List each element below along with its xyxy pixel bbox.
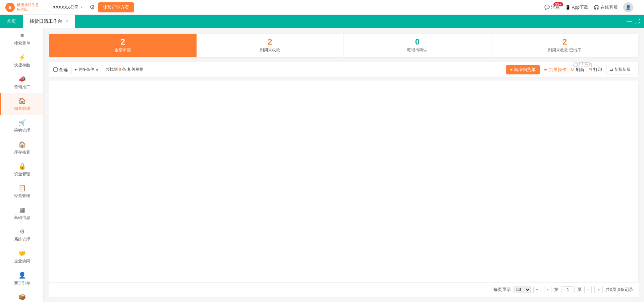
sidebar-item-inventory[interactable]: 🏠 库存核算 bbox=[0, 137, 43, 159]
batch-icon: ☰ bbox=[544, 67, 548, 72]
company-selector[interactable]: XXXXXX公司 ▾ bbox=[49, 3, 86, 12]
company-name: XXXXXX公司 bbox=[53, 4, 79, 10]
sidebar-item-system-label: 系统管理 bbox=[14, 237, 30, 242]
logo-text: 畅捷通好生意 标准版 bbox=[17, 3, 39, 11]
inventory-icon: 🏠 bbox=[18, 141, 26, 148]
sidebar-item-marketing[interactable]: 📣 营销推广 bbox=[0, 71, 43, 93]
page-first-btn[interactable]: « bbox=[533, 286, 542, 293]
content-area: 2 全部单据 2 到期未收款 0 旺辅待确认 2 到期未收款 已出库 bbox=[44, 28, 644, 302]
basic-icon: ▦ bbox=[19, 206, 25, 214]
sidebar-item-basic-label: 基础信息 bbox=[14, 215, 30, 221]
select-all-input[interactable] bbox=[53, 67, 58, 72]
print-label: 打印 bbox=[593, 67, 602, 73]
result-suffix: 条 相关单据 bbox=[122, 67, 143, 72]
app-download-label: App下载 bbox=[572, 4, 588, 10]
page-next-btn[interactable]: › bbox=[584, 286, 592, 293]
online-service-btn[interactable]: 🎧 在线客服 bbox=[594, 4, 618, 10]
sidebar-item-sales[interactable]: 🏠 销售管理 bbox=[0, 93, 43, 115]
topbar-right: 💬 消息 99+ 📱 App下载 🎧 在线客服 👤 bbox=[544, 2, 639, 12]
sales-icon: 🏠 bbox=[18, 97, 26, 105]
total-label: 共0页,0条记录 bbox=[605, 287, 633, 293]
system-icon: ⚙ bbox=[19, 228, 25, 235]
stat-tab-wangwang[interactable]: 0 旺辅待确认 bbox=[344, 34, 491, 57]
sidebar-item-operation[interactable]: 📋 经营管理 bbox=[0, 180, 43, 202]
table-empty-state bbox=[49, 80, 638, 282]
page-last-btn[interactable]: » bbox=[594, 286, 603, 293]
topbar: 6 畅捷通好生意 标准版 XXXXXX公司 ▾ ⚙ 体验行业方案 💬 消息 99… bbox=[0, 0, 644, 15]
stat-tab-overdue[interactable]: 2 到期未收款 bbox=[197, 34, 344, 57]
filter-arrow-icon: ∨ bbox=[96, 67, 99, 72]
refresh-label: 刷新 bbox=[576, 67, 584, 73]
stat-tab-overdue-out[interactable]: 2 到期未收款 已出库 bbox=[491, 34, 639, 57]
sidebar-item-purchase[interactable]: 🛒 采购管理 bbox=[0, 115, 43, 137]
sidebar: ≡ 搜索菜单 ⚡ 快捷导航 📣 营销推广 🏠 销售管理 🛒 采购管理 🏠 库存核… bbox=[0, 28, 44, 302]
per-page-select[interactable]: 50 100 200 bbox=[514, 286, 531, 293]
print-icon: ⊟ bbox=[588, 67, 592, 72]
avatar[interactable]: 👤 bbox=[623, 2, 633, 12]
tab-workbench[interactable]: 钱货日清工作台 × bbox=[23, 15, 75, 28]
appstore-icon: 📦 bbox=[18, 293, 26, 301]
enterprise-icon: 🤝 bbox=[18, 250, 26, 257]
sidebar-item-basic[interactable]: ▦ 基础信息 bbox=[0, 202, 43, 224]
chevron-down-icon: ▾ bbox=[81, 5, 83, 9]
quick-nav-icon: ⚡ bbox=[18, 54, 26, 61]
select-all-checkbox[interactable]: 全选 bbox=[53, 67, 68, 73]
result-prefix: 共找到 bbox=[106, 67, 118, 72]
filter-btn[interactable]: ▾ 更多条件 ∨ bbox=[71, 65, 102, 74]
download-icon: 📱 bbox=[565, 5, 571, 10]
experience-btn[interactable]: 体验行业方案 bbox=[98, 2, 134, 12]
stat-tab-all[interactable]: 2 全部单据 bbox=[49, 34, 197, 57]
batch-label: 批量操作 bbox=[549, 67, 567, 73]
sidebar-item-system[interactable]: ⚙ 系统管理 bbox=[0, 224, 43, 246]
message-icon: 💬 bbox=[544, 5, 550, 10]
guide-icon: 👤 bbox=[18, 271, 26, 279]
sidebar-item-finance-label: 资金管理 bbox=[14, 171, 30, 177]
sidebar-item-quick-nav-label: 快捷导航 bbox=[14, 62, 30, 68]
page-number-input[interactable] bbox=[561, 286, 575, 293]
sidebar-item-enterprise[interactable]: 🤝 企业协同 bbox=[0, 246, 43, 267]
stat-all-label: 全部单据 bbox=[115, 47, 131, 53]
sidebar-item-enterprise-label: 企业协同 bbox=[14, 258, 30, 264]
page-prev-btn[interactable]: ‹ bbox=[544, 286, 551, 293]
sidebar-item-purchase-label: 采购管理 bbox=[14, 128, 30, 133]
switch-label: 切换新版 bbox=[614, 67, 631, 72]
new-sales-order-btn[interactable]: + 新增销货单 bbox=[506, 65, 540, 74]
topbar-left: 6 畅捷通好生意 标准版 XXXXXX公司 ▾ ⚙ 体验行业方案 bbox=[5, 2, 134, 12]
sidebar-item-finance[interactable]: 🔒 资金管理 bbox=[0, 159, 43, 180]
stat-overdue-number: 2 bbox=[268, 37, 272, 47]
avatar-icon: 👤 bbox=[626, 5, 631, 10]
message-badge: 99+ bbox=[553, 2, 563, 6]
batch-operation-btn[interactable]: ☰ 批量操作 bbox=[544, 67, 567, 73]
result-count: 0 bbox=[119, 67, 121, 72]
sidebar-item-quick-nav[interactable]: ⚡ 快捷导航 bbox=[0, 50, 43, 71]
switch-icon: ⇄ bbox=[610, 67, 613, 72]
select-all-label: 全选 bbox=[59, 67, 68, 73]
sidebar-item-search[interactable]: ≡ 搜索菜单 bbox=[0, 28, 43, 50]
service-icon: 🎧 bbox=[594, 5, 599, 10]
stat-all-number: 2 bbox=[121, 37, 125, 47]
stat-overdue-out-number: 2 bbox=[562, 37, 567, 47]
switch-new-version-btn[interactable]: ⇄ 切换新版 bbox=[606, 65, 634, 74]
nav-tab-actions: — ⛶ bbox=[627, 18, 644, 24]
sidebar-item-guide[interactable]: 👤 新手引导 bbox=[0, 267, 43, 289]
message-btn[interactable]: 💬 消息 99+ bbox=[544, 4, 560, 10]
nav-maximize-icon[interactable]: ⛶ bbox=[635, 18, 640, 24]
marketing-icon: 📣 bbox=[18, 75, 26, 83]
sidebar-item-appstore[interactable]: 📦 应用中心 bbox=[0, 289, 43, 302]
settings-icon[interactable]: ⚙ bbox=[90, 4, 95, 11]
tab-home[interactable]: 首页 bbox=[0, 15, 23, 28]
tab-close-icon[interactable]: × bbox=[66, 19, 68, 24]
print-btn[interactable]: ⊟ 打印 bbox=[588, 67, 602, 73]
table-area bbox=[49, 80, 639, 282]
refresh-icon: ↻ bbox=[571, 67, 574, 72]
app-download-btn[interactable]: 📱 App下载 bbox=[565, 4, 588, 10]
logo-area: 6 畅捷通好生意 标准版 bbox=[5, 3, 46, 12]
refresh-btn[interactable]: ↻ 刷新 bbox=[571, 67, 584, 73]
operation-icon: 📋 bbox=[18, 184, 26, 192]
result-text: 共找到 0 条 相关单据 bbox=[106, 67, 144, 72]
filter-icon: ▾ bbox=[75, 67, 77, 72]
stat-wangwang-number: 0 bbox=[415, 37, 420, 47]
toolbar-right: + 新增销货单 ☰ 批量操作 ↻ 刷新 ⊟ 打印 ⇄ 切换新版 bbox=[506, 65, 634, 74]
nav-tabs: 首页 钱货日清工作台 × — ⛶ bbox=[0, 15, 644, 28]
nav-minimize-icon[interactable]: — bbox=[627, 18, 632, 24]
